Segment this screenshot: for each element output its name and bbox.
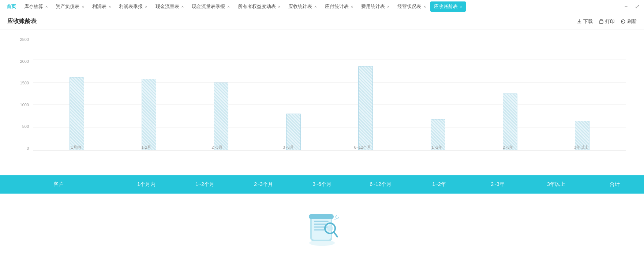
tab-profit-quarterly[interactable]: 利润表季报 ×: [115, 1, 151, 12]
main-content: 2500 2000 1500 1000 500 0: [0, 30, 644, 263]
x-label-1-2m: 1-2月: [142, 145, 151, 150]
x-label-2-3y: 2~3年: [503, 145, 514, 150]
tab-ap-stats[interactable]: 应付统计表 ×: [321, 1, 357, 12]
tab-close-ar-aging[interactable]: ×: [460, 4, 462, 9]
chart-inner: 1月内 1-2月 2~3月 3~6月 6~12个月 1~2年 2~3年 3年以上: [33, 37, 626, 150]
refresh-button[interactable]: 刷新: [621, 18, 637, 25]
svg-rect-5: [314, 221, 329, 222]
y-label-500: 500: [22, 124, 29, 129]
svg-rect-1: [600, 22, 602, 22]
th-total: 合计: [585, 181, 644, 188]
maximize-button[interactable]: ⤢: [633, 2, 641, 11]
x-label-3-6m: 3~6月: [283, 145, 294, 150]
tab-ar-aging[interactable]: 应收账龄表 ×: [430, 1, 466, 12]
tab-profit[interactable]: 利润表 ×: [89, 1, 115, 12]
tab-close-business[interactable]: ×: [423, 4, 426, 9]
svg-rect-9: [309, 214, 334, 219]
y-label-2500: 2500: [20, 37, 29, 42]
svg-line-13: [335, 216, 337, 217]
download-button[interactable]: 下载: [577, 18, 593, 25]
tab-home[interactable]: 首页: [3, 1, 20, 12]
minimize-button[interactable]: －: [622, 2, 630, 11]
x-labels: 1月内 1-2月 2~3月 3~6月 6~12个月 1~2年 2~3年 3年以上: [33, 145, 626, 150]
tab-business[interactable]: 经营状况表 ×: [394, 1, 429, 12]
y-label-0: 0: [27, 146, 29, 150]
header-actions: 下载 打印 刷新: [577, 18, 637, 25]
bar-group-1m: [70, 77, 84, 150]
y-label-1500: 1500: [20, 81, 29, 85]
th-1m: 1个月内: [117, 181, 176, 188]
th-1-2m: 1~2个月: [176, 181, 234, 188]
empty-state: [0, 194, 644, 263]
th-1-2y: 1~2年: [410, 181, 468, 188]
tab-cashflow[interactable]: 现金流量表 ×: [152, 1, 187, 12]
y-label-2000: 2000: [20, 59, 29, 64]
tab-close-balance[interactable]: ×: [82, 4, 84, 9]
tab-close-equity[interactable]: ×: [278, 4, 280, 9]
x-label-1m: 1月内: [71, 145, 81, 150]
print-icon: [599, 19, 604, 24]
table-header: 客户 1个月内 1~2个月 2~3个月 3~6个月 6~12个月 1~2年 2~…: [0, 175, 644, 194]
tab-bar-actions: － ⤢: [622, 2, 641, 11]
th-6-12m: 6~12个月: [351, 181, 410, 188]
tab-bar: 首页 库存核算 × 资产负债表 × 利润表 × 利润表季报 × 现金流量表 × …: [0, 0, 644, 13]
chart-y-axis: 2500 2000 1500 1000 500 0: [15, 37, 31, 150]
x-label-2-3m: 2~3月: [211, 145, 222, 150]
svg-line-14: [337, 218, 339, 218]
svg-rect-8: [314, 229, 325, 230]
tab-expense-stats[interactable]: 费用统计表 ×: [357, 1, 393, 12]
svg-rect-6: [314, 224, 327, 225]
bar-2-3y: [503, 94, 517, 150]
bar-group-2-3y: [503, 94, 517, 150]
th-3-6m: 3~6个月: [293, 181, 351, 188]
tab-close-cashflow[interactable]: ×: [181, 4, 184, 9]
bar-group-6-12m: [358, 66, 373, 150]
tab-close-ap-stats[interactable]: ×: [351, 4, 353, 9]
bar-1m: [70, 77, 84, 150]
print-button[interactable]: 打印: [599, 18, 615, 25]
refresh-icon: [621, 19, 626, 24]
tab-close-cashflow-quarterly[interactable]: ×: [227, 4, 229, 9]
th-2-3m: 2~3个月: [234, 181, 293, 188]
tab-close-inventory[interactable]: ×: [45, 4, 48, 9]
page-title: 应收账龄表: [7, 18, 37, 25]
download-icon: [577, 19, 582, 24]
tab-cashflow-quarterly[interactable]: 现金流量表季报 ×: [188, 1, 233, 12]
bars-container: [33, 37, 626, 150]
th-customer: 客户: [0, 181, 117, 188]
tab-balance[interactable]: 资产负债表 ×: [52, 1, 87, 12]
empty-illustration: [300, 208, 344, 248]
tab-equity[interactable]: 所有者权益变动表 ×: [234, 1, 284, 12]
tab-close-expense-stats[interactable]: ×: [387, 4, 389, 9]
bar-1-2m: [142, 79, 156, 150]
svg-line-12: [334, 232, 337, 237]
svg-point-11: [327, 225, 333, 231]
tab-ar-stats[interactable]: 应收统计表 ×: [285, 1, 320, 12]
x-label-6-12m: 6~12个月: [354, 145, 371, 150]
x-label-3y: 3年以上: [574, 145, 588, 150]
chart-container: 2500 2000 1500 1000 500 0: [15, 37, 629, 161]
page-header: 应收账龄表 下载 打印 刷新: [0, 13, 644, 30]
y-label-1000: 1000: [20, 103, 29, 107]
bar-group-2-3m: [214, 83, 228, 150]
chart-area: 2500 2000 1500 1000 500 0: [0, 30, 644, 175]
th-3y: 3年以上: [527, 181, 585, 188]
tab-close-profit-quarterly[interactable]: ×: [145, 4, 147, 9]
tab-close-profit[interactable]: ×: [109, 4, 111, 9]
tab-close-ar-stats[interactable]: ×: [314, 4, 317, 9]
bar-2-3m: [214, 83, 228, 150]
bar-6-12m: [358, 66, 373, 150]
x-label-1-2y: 1~2年: [431, 145, 442, 150]
bar-group-1-2m: [142, 79, 156, 150]
tab-inventory[interactable]: 库存核算 ×: [20, 1, 51, 12]
th-2-3y: 2~3年: [468, 181, 527, 188]
